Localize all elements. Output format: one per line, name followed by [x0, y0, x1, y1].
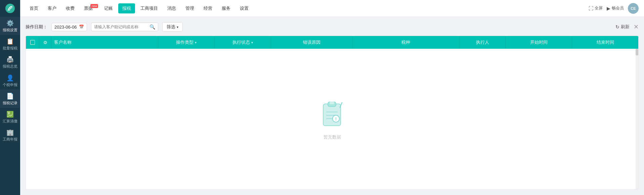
member-icon: ▶	[607, 6, 610, 11]
nav-accounting[interactable]: 记账	[100, 3, 117, 13]
nav-tax[interactable]: 报税	[118, 3, 135, 13]
top-nav: 首页 客户 收费 票据 new 记账 报税 工商项目 消息 管理 经营 服务 设…	[20, 0, 644, 17]
settings-icon: ⚙	[43, 40, 47, 45]
sidebar-label-settlement: 汇算清缴	[3, 119, 17, 123]
new-badge: new	[90, 4, 98, 8]
table-body: ! 暂无数据	[26, 49, 638, 189]
nav-messages[interactable]: 消息	[163, 3, 180, 13]
close-button[interactable]: ✕	[634, 24, 639, 30]
th-settings[interactable]: ⚙	[39, 36, 51, 49]
th-checkbox[interactable]	[26, 36, 39, 49]
nav-invoices[interactable]: 票据 new	[80, 3, 99, 13]
date-label: 操作日期：	[26, 24, 47, 30]
avatar[interactable]: CE	[628, 3, 639, 14]
sidebar-item-batch-tax[interactable]: 📋 批量报税	[0, 35, 20, 53]
annual-report-icon: 🏢	[6, 129, 14, 136]
settlement-icon: 💹	[6, 111, 14, 118]
tax-records-icon: 📄	[6, 92, 14, 100]
main-container: 首页 客户 收费 票据 new 记账 报税 工商项目 消息 管理 经营 服务 设…	[20, 0, 644, 195]
tax-settings-icon: ⚙️	[6, 20, 14, 27]
personal-tax-icon: 👤	[6, 74, 14, 82]
nav-right: ⛶ 全屏 ▶ 畅会员 CE	[589, 3, 639, 14]
sidebar-label-tax-summary: 报税总览	[3, 64, 17, 69]
nav-clients[interactable]: 客户	[44, 3, 60, 13]
sidebar-item-personal-tax[interactable]: 👤 个税申报	[0, 72, 20, 90]
fullscreen-button[interactable]: ⛶ 全屏	[589, 5, 603, 11]
chevron-down-icon: ▾	[177, 25, 178, 29]
sidebar-item-annual-report[interactable]: 🏢 工商年报	[0, 126, 20, 144]
date-value: 2023-06-06	[54, 25, 77, 30]
nav-home[interactable]: 首页	[26, 3, 42, 13]
fullscreen-label: 全屏	[595, 5, 603, 11]
empty-text: 暂无数据	[324, 134, 341, 140]
nav-items: 首页 客户 收费 票据 new 记账 报税 工商项目 消息 管理 经营 服务 设…	[26, 3, 589, 13]
sidebar-label-tax-records: 报税记录	[3, 101, 17, 105]
table-container: ⚙ 客户名称 操作类型 ▾ 执行状态 ▾ 错误原因 税种	[26, 36, 639, 190]
th-exec-status: 执行状态 ▾	[215, 36, 271, 49]
nav-finance[interactable]: 经营	[200, 3, 216, 13]
sidebar-item-tax-records[interactable]: 📄 报税记录	[0, 90, 20, 108]
th-start-time: 开始时间	[506, 36, 572, 49]
toolbar: 操作日期： 2023-06-06 📅 🔍 筛选 ▾ ↻ 刷新 ✕	[26, 22, 639, 32]
date-input[interactable]: 2023-06-06 📅	[51, 23, 87, 31]
sidebar-logo	[0, 0, 20, 17]
avatar-text: CE	[631, 6, 636, 10]
content-area: 操作日期： 2023-06-06 📅 🔍 筛选 ▾ ↻ 刷新 ✕	[20, 17, 644, 195]
sidebar-item-settlement[interactable]: 💹 汇算清缴	[0, 108, 20, 126]
sidebar-item-tax-settings[interactable]: ⚙️ 报税设置	[0, 17, 20, 35]
tax-summary-icon: 🖨️	[6, 56, 14, 63]
svg-rect-3	[330, 102, 334, 104]
nav-services[interactable]: 服务	[218, 3, 234, 13]
scroll-indicator	[636, 49, 638, 189]
search-input[interactable]	[94, 25, 148, 29]
calendar-icon: 📅	[79, 25, 84, 29]
op-type-filter-icon[interactable]: ▾	[195, 41, 197, 44]
nav-billing[interactable]: 收费	[62, 3, 79, 13]
th-end-time: 结束时间	[572, 36, 638, 49]
toolbar-right: ↻ 刷新 ✕	[615, 24, 639, 30]
sidebar-label-tax-settings: 报税设置	[3, 28, 17, 32]
batch-tax-icon: 📋	[6, 38, 14, 45]
search-input-wrap: 🔍	[91, 23, 158, 31]
th-executor: 执行人	[460, 36, 506, 49]
fullscreen-icon: ⛶	[589, 6, 593, 11]
th-op-type: 操作类型 ▾	[158, 36, 215, 49]
member-button[interactable]: ▶ 畅会员	[607, 5, 624, 11]
exec-status-filter-icon[interactable]: ▾	[251, 41, 253, 44]
table-header: ⚙ 客户名称 操作类型 ▾ 执行状态 ▾ 错误原因 税种	[26, 36, 638, 49]
search-icon: 🔍	[149, 24, 155, 30]
select-all-checkbox[interactable]	[30, 40, 35, 45]
th-error-reason: 错误原因	[271, 36, 353, 49]
sidebar: ⚙️ 报税设置 📋 批量报税 🖨️ 报税总览 👤 个税申报 📄 报税记录 💹 汇…	[0, 0, 20, 195]
sidebar-label-annual-report: 工商年报	[3, 137, 17, 142]
member-label: 畅会员	[612, 5, 624, 11]
nav-business[interactable]: 工商项目	[136, 3, 162, 13]
nav-settings[interactable]: 设置	[236, 3, 253, 13]
empty-state: ! 暂无数据	[317, 98, 347, 140]
empty-illustration: !	[317, 98, 347, 131]
sidebar-label-batch-tax: 批量报税	[3, 46, 17, 50]
scroll-thumb	[636, 49, 638, 55]
filter-button[interactable]: 筛选 ▾	[162, 22, 183, 32]
refresh-button[interactable]: ↻ 刷新	[615, 24, 630, 30]
svg-rect-1	[323, 104, 341, 126]
sidebar-label-personal-tax: 个税申报	[3, 83, 17, 87]
th-client-name: 客户名称	[51, 36, 158, 49]
filter-label: 筛选	[167, 24, 175, 30]
refresh-label: 刷新	[621, 24, 630, 30]
nav-management[interactable]: 管理	[181, 3, 198, 13]
refresh-icon: ↻	[615, 24, 619, 30]
svg-text:!: !	[335, 116, 336, 121]
sidebar-item-tax-summary[interactable]: 🖨️ 报税总览	[0, 53, 20, 71]
th-tax-type: 税种	[353, 36, 460, 49]
